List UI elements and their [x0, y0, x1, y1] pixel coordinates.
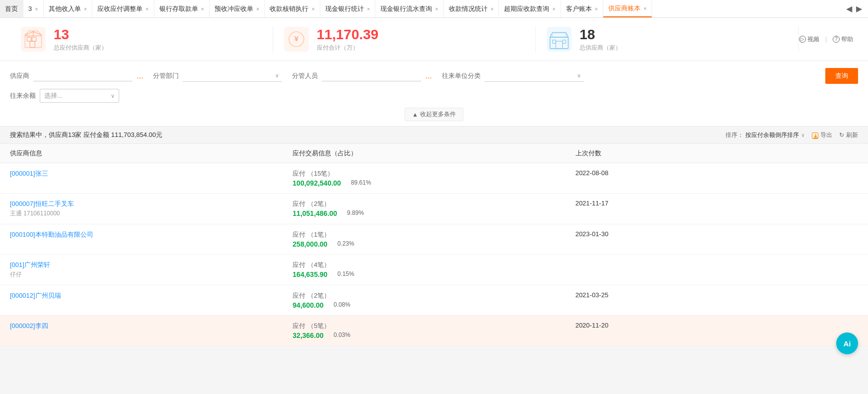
summary-card-total-suppliers: 18 总供应商（家） [536, 26, 799, 53]
nav-other-income[interactable]: 其他收入单 × [44, 0, 92, 17]
nav-bank-deposit[interactable]: 银行存取款单 × [154, 0, 210, 17]
person-input[interactable] [322, 70, 421, 81]
nav-cash-bank-flow[interactable]: 现金银行流水查询 × [375, 0, 443, 17]
result-bar: 搜索结果中，供应商13家 应付金额 111,703,854.00元 排序： 按应… [0, 127, 868, 144]
collapse-button[interactable]: ▲ 收起更多条件 [405, 108, 463, 121]
table-row: [000007]恒旺二手叉车 王通 17106110000 应付 （2笔） 11… [0, 194, 868, 224]
close-icon[interactable]: × [256, 6, 259, 12]
trans-label: 应付 （15笔） [292, 169, 334, 178]
trans-value-row: 94,600.00 0.08% [292, 300, 575, 309]
close-icon[interactable]: × [435, 6, 438, 12]
trans-value[interactable]: 100,092,540.00 [292, 179, 341, 187]
top-right-links: ▷ 视频 | ? 帮助 [799, 35, 858, 44]
person-dots[interactable]: ... [425, 71, 432, 80]
nav-supplier-ledger-label: 供应商账本 [608, 4, 641, 13]
trans-pct: 0.15% [337, 270, 354, 277]
last-pay-cell: 2021-11-17 [576, 199, 858, 207]
nav-customer-ledger-label: 客户账本 [566, 4, 592, 13]
close-icon[interactable]: × [595, 6, 598, 12]
trans-value[interactable]: 258,000.00 [292, 240, 327, 248]
card3-content: 18 总供应商（家） [579, 26, 621, 53]
supplier-link[interactable]: [001]广州荣轩 [10, 261, 50, 268]
dept-select[interactable]: ∨ [183, 70, 282, 82]
close-icon[interactable]: × [644, 5, 647, 11]
nav-prev-arrow[interactable]: ◀ [844, 3, 854, 14]
query-button[interactable]: 查询 [825, 68, 858, 84]
nav-overdue-ar[interactable]: 超期应收款查询 × [499, 0, 561, 17]
trans-value[interactable]: 164,635.90 [292, 270, 327, 278]
supplier-link[interactable]: [000100]本特勤油品有限公司 [10, 231, 93, 238]
video-link[interactable]: ▷ 视频 [799, 35, 819, 44]
sort-label: 排序： [725, 131, 743, 139]
export-label: 导出 [820, 131, 832, 139]
nav-cash-bank-stat[interactable]: 现金银行统计 × [320, 0, 375, 17]
trans-label: 应付 （1笔） [292, 230, 330, 239]
sort-chevron-icon: ∨ [801, 132, 805, 138]
refresh-button[interactable]: ↻ 刷新 [839, 131, 858, 139]
top-navigation: 首页 3 × 其他收入单 × 应收应付调整单 × 银行存取款单 × 预收冲应收单… [0, 0, 868, 18]
export-button[interactable]: 导出 [812, 131, 832, 139]
trans-info-cell: 应付 （4笔） 164,635.90 0.15% [292, 261, 575, 278]
nav-prepay-offset[interactable]: 预收冲应收单 × [210, 0, 265, 17]
trans-value[interactable]: 94,600.00 [292, 301, 323, 309]
nav-payment-verify[interactable]: 收款核销执行 × [265, 0, 320, 17]
nav-home[interactable]: 首页 [0, 0, 23, 17]
last-pay-cell: 2021-03-25 [576, 291, 858, 299]
close-icon[interactable]: × [201, 6, 204, 12]
nav-receipt-stat[interactable]: 收款情况统计 × [444, 0, 499, 17]
trans-value-row: 11,051,486.00 9.89% [292, 208, 575, 217]
nav-scroll-arrows: ◀ ▶ [840, 3, 868, 14]
card2-content: 11,170.39 应付合计（万） [317, 26, 379, 53]
nav-payment-verify-label: 收款核销执行 [270, 4, 308, 13]
trans-value[interactable]: 11,051,486.00 [292, 209, 337, 217]
close-icon[interactable]: × [367, 6, 370, 12]
nav-ar-ap-adjust[interactable]: 应收应付调整单 × [92, 0, 154, 17]
close-icon[interactable]: × [145, 6, 148, 12]
supplier-dots[interactable]: ... [137, 71, 143, 80]
result-actions: 排序： 按应付余额倒序排序 ∨ 导出 ↻ 刷新 [725, 131, 858, 139]
trans-row: 应付 （15笔） [292, 169, 575, 178]
trans-label: 应付 （2笔） [292, 291, 330, 300]
table-row: [000100]本特勤油品有限公司 应付 （1笔） 258,000.00 0.2… [0, 224, 868, 255]
nav-supplier-ledger[interactable]: 供应商账本 × [603, 0, 652, 17]
col-trans-info: 应付交易信息（占比） [292, 149, 575, 158]
balance-chevron-down-icon: ∨ [111, 93, 115, 99]
table-row: [000002]李四 应付 （5笔） 32,366.00 0.03% 2020-… [0, 316, 868, 346]
nav-bank-deposit-label: 银行存取款单 [159, 4, 198, 13]
close-icon[interactable]: × [84, 6, 87, 12]
close-icon[interactable]: × [552, 6, 555, 12]
close-icon[interactable]: × [491, 6, 494, 12]
supplier-link[interactable]: [000001]张三 [10, 170, 48, 177]
card1-value: 13 [54, 26, 107, 43]
close-icon[interactable]: × [35, 6, 38, 12]
trans-pct: 89.61% [351, 179, 371, 186]
last-pay-cell: 2020-11-20 [576, 322, 858, 329]
collapse-up-icon: ▲ [412, 111, 418, 118]
summary-bar: 13 总应付供应商（家） ¥ 11,170.39 应付合计（万） [0, 18, 868, 61]
trans-row: 应付 （4笔） [292, 261, 575, 269]
money-icon: ¥ [283, 26, 310, 53]
nav-ar-ap-adjust-label: 应收应付调整单 [97, 4, 143, 13]
card1-label: 总应付供应商（家） [54, 44, 107, 52]
category-select[interactable]: ∨ [485, 70, 584, 82]
supplier-link[interactable]: [000012]广州贝瑞 [10, 292, 61, 299]
nav-next-arrow[interactable]: ▶ [854, 3, 864, 14]
sort-value[interactable]: 按应付余额倒序排序 [745, 131, 799, 139]
supplier-sub: 仔仔 [10, 270, 292, 279]
trans-pct: 0.23% [337, 240, 354, 247]
help-link[interactable]: ? 帮助 [833, 35, 853, 44]
nav-tab-3[interactable]: 3 × [23, 0, 44, 17]
collapse-row: ▲ 收起更多条件 [10, 108, 858, 121]
trans-value[interactable]: 32,366.00 [292, 331, 323, 339]
supplier-info-cell: [000001]张三 [10, 169, 292, 178]
supplier-link[interactable]: [000007]恒旺二手叉车 [10, 200, 74, 207]
close-icon[interactable]: × [311, 6, 314, 12]
svg-text:¥: ¥ [294, 34, 298, 43]
supplier-input[interactable] [33, 70, 133, 81]
nav-overdue-ar-label: 超期应收款查询 [504, 4, 549, 13]
nav-customer-ledger[interactable]: 客户账本 × [561, 0, 603, 17]
card2-label: 应付合计（万） [317, 44, 379, 52]
trans-value-row: 32,366.00 0.03% [292, 330, 575, 339]
balance-select[interactable]: 选择... ∨ [40, 89, 119, 103]
supplier-link[interactable]: [000002]李四 [10, 322, 48, 329]
